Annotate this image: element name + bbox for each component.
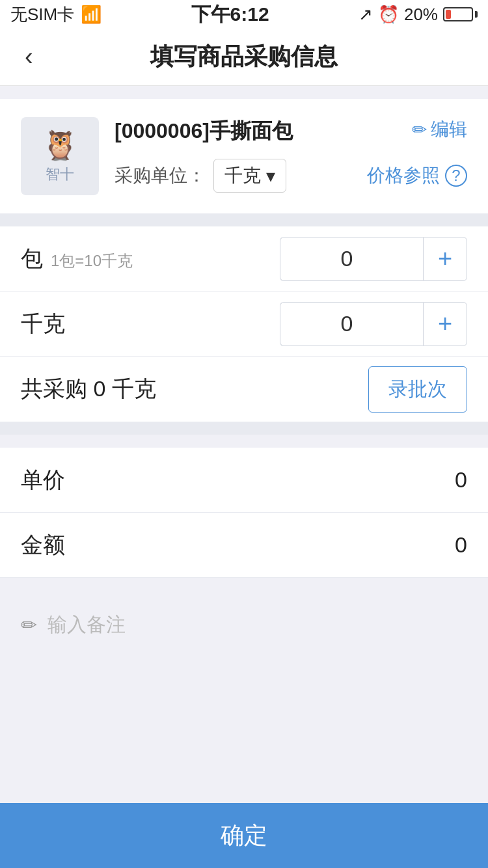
input-section: 包 1包=10千克 + 千克 + 共采购 0 千克 录批次 — [0, 226, 488, 422]
notes-icon: ✏ — [21, 614, 37, 636]
kilogram-label: 千克 — [21, 309, 65, 339]
package-input-right: + — [280, 237, 467, 281]
kilogram-input-row: 千克 + — [0, 292, 488, 357]
battery-icon — [443, 7, 478, 21]
alarm-icon: ⏰ — [378, 5, 399, 25]
divider-1 — [0, 213, 488, 226]
summary-unit: 千克 — [112, 376, 156, 401]
product-thumb-owl: 🦉 — [42, 128, 78, 162]
unit-price-row: 单价 0 — [0, 448, 488, 513]
summary-prefix: 共采购 — [21, 376, 87, 401]
product-thumbnail: 🦉 智十 — [21, 117, 99, 195]
kilogram-input-right: + — [280, 302, 467, 346]
unit-select[interactable]: 千克 ▾ — [213, 159, 286, 193]
package-label: 包 1包=10千克 — [21, 244, 133, 274]
confirm-label: 确定 — [221, 820, 267, 852]
kilogram-label-text: 千克 — [21, 309, 65, 339]
status-bar-left: 无SIM卡 📶 — [10, 3, 102, 26]
page-title: 填写商品采购信息 — [150, 41, 338, 73]
price-ref-question-icon: ? — [445, 165, 467, 187]
notes-placeholder: 输入备注 — [47, 612, 126, 638]
battery-percent: 20% — [404, 5, 438, 25]
product-name-row: [0000006]手撕面包 ✏ 编辑 — [115, 117, 467, 146]
confirm-bar[interactable]: 确定 — [0, 803, 488, 868]
unit-price-label: 单价 — [21, 465, 65, 495]
status-bar-right: ↗ ⏰ 20% — [359, 5, 478, 25]
summary-row: 共采购 0 千克 录批次 — [0, 357, 488, 422]
package-sublabel: 1包=10千克 — [51, 251, 133, 271]
package-label-text: 包 — [21, 244, 43, 274]
kilogram-quantity-input[interactable] — [280, 302, 423, 346]
product-card: 🦉 智十 [0000006]手撕面包 ✏ 编辑 采购单位： 千克 ▾ 价格参照 … — [0, 99, 488, 213]
price-ref-label: 价格参照 — [367, 163, 440, 188]
amount-label: 金额 — [21, 530, 65, 560]
nav-bar: ‹ 填写商品采购信息 — [0, 29, 488, 86]
package-input-row: 包 1包=10千克 + — [0, 226, 488, 292]
edit-label: 编辑 — [431, 117, 467, 142]
product-unit-row: 采购单位： 千克 ▾ 价格参照 ? — [115, 159, 467, 193]
summary-amount: 0 — [93, 376, 111, 401]
status-bar: 无SIM卡 📶 下午6:12 ↗ ⏰ 20% — [0, 0, 488, 29]
unit-label: 采购单位： — [115, 163, 206, 188]
batch-record-button[interactable]: 录批次 — [368, 366, 467, 413]
edit-icon: ✏ — [412, 119, 427, 141]
unit-dropdown-icon: ▾ — [266, 165, 275, 187]
unit-price-value: 0 — [455, 467, 467, 493]
amount-row: 金额 0 — [0, 513, 488, 578]
notes-section[interactable]: ✏ 输入备注 — [0, 591, 488, 659]
price-reference-button[interactable]: 价格参照 ? — [367, 163, 467, 188]
summary-text: 共采购 0 千克 — [21, 374, 156, 404]
carrier-text: 无SIM卡 — [10, 3, 74, 26]
divider-2 — [0, 422, 488, 435]
location-icon: ↗ — [359, 5, 373, 25]
wifi-icon: 📶 — [81, 5, 102, 25]
content-spacer — [0, 659, 488, 815]
back-button[interactable]: ‹ — [18, 36, 40, 77]
product-thumb-label: 智十 — [46, 165, 74, 184]
product-name: [0000006]手撕面包 — [115, 117, 293, 146]
edit-button[interactable]: ✏ 编辑 — [412, 117, 467, 142]
package-plus-button[interactable]: + — [423, 237, 467, 281]
time-display: 下午6:12 — [191, 1, 269, 28]
product-info: [0000006]手撕面包 ✏ 编辑 采购单位： 千克 ▾ 价格参照 ? — [115, 117, 467, 193]
unit-value: 千克 — [224, 163, 261, 188]
amount-value: 0 — [455, 532, 467, 558]
price-section: 单价 0 金额 0 — [0, 448, 488, 578]
kilogram-plus-button[interactable]: + — [423, 302, 467, 346]
package-quantity-input[interactable] — [280, 237, 423, 281]
